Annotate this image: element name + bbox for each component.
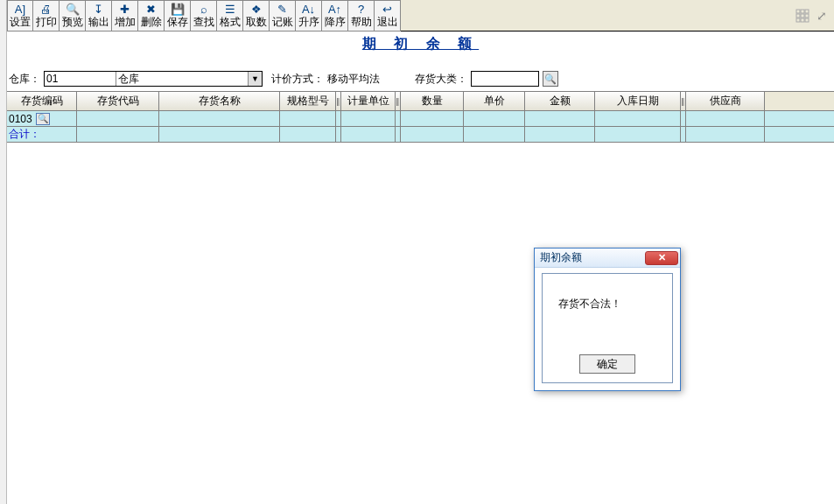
totals-row: 合计： (7, 127, 834, 143)
toolbar: A]设置🖨打印🔍预览↧输出✚增加✖删除💾保存⌕查找☰格式❖取数✎记账A↓升序A↑… (7, 0, 834, 32)
totals-cell (525, 127, 595, 142)
toolbar-label: 预览 (62, 17, 83, 28)
table-cell[interactable]: 0103🔍 (7, 111, 77, 126)
totals-cell (464, 127, 525, 142)
message-dialog: 期初余额 ✕ 存货不合法！ 确定 (534, 248, 681, 391)
table-cell[interactable] (595, 111, 681, 126)
column-header[interactable]: 金额 (525, 92, 595, 110)
column-header[interactable]: 规格型号 (280, 92, 336, 110)
table-row[interactable]: 0103🔍 (7, 111, 834, 127)
toolbar-label: 帮助 (351, 17, 372, 28)
svg-rect-2 (805, 10, 809, 13)
format-icon: ☰ (222, 2, 238, 16)
inventory-code: 0103 (9, 113, 32, 125)
title-bar: 期 初 余 额 (7, 32, 834, 56)
totals-cell (280, 127, 336, 142)
add-button[interactable]: ✚增加 (112, 0, 138, 32)
format-button[interactable]: ☰格式 (217, 0, 243, 32)
column-header[interactable]: 供应商 (686, 92, 765, 110)
fetch-button[interactable]: ❖取数 (243, 0, 270, 32)
search-icon[interactable]: 🔍 (543, 71, 558, 87)
totals-cell (401, 127, 464, 142)
expand-icon[interactable]: ⤢ (816, 9, 827, 23)
totals-cell (595, 127, 681, 142)
export-icon: ↧ (91, 2, 107, 16)
totals-cell (686, 127, 765, 142)
toolbar-label: 输出 (88, 17, 109, 28)
delete-button[interactable]: ✖删除 (138, 0, 165, 32)
column-header[interactable]: 入库日期 (595, 92, 681, 110)
sortasc-button[interactable]: A↓升序 (296, 0, 322, 32)
table-cell[interactable] (341, 111, 396, 126)
settings-icon: A] (12, 2, 28, 16)
totals-cell (77, 127, 159, 142)
toolbar-label: 取数 (246, 17, 267, 28)
category-combo[interactable] (471, 71, 539, 87)
warehouse-label: 仓库： (9, 72, 40, 87)
lookup-icon[interactable]: 🔍 (36, 113, 50, 125)
delete-icon: ✖ (144, 2, 159, 16)
preview-icon: 🔍 (65, 2, 81, 16)
pricing-label: 计价方式： (271, 72, 324, 87)
warehouse-combo[interactable]: ▼ (44, 71, 263, 87)
table-cell[interactable] (77, 111, 159, 126)
column-header[interactable]: 数量 (401, 92, 464, 110)
table-cell[interactable] (159, 111, 280, 126)
exit-button[interactable]: ↩退出 (375, 0, 401, 32)
pricing-value: 移动平均法 (327, 72, 380, 87)
table-cell[interactable] (401, 111, 464, 126)
filter-row: 仓库： ▼ 计价方式： 移动平均法 存货大类： 🔍 (7, 68, 834, 89)
chevron-down-icon[interactable]: ▼ (248, 72, 262, 86)
table-cell[interactable] (464, 111, 525, 126)
totals-label: 合计： (9, 127, 40, 142)
svg-rect-0 (796, 10, 800, 13)
column-header[interactable]: 存货名称 (159, 92, 280, 110)
toolbar-label: 查找 (193, 17, 214, 28)
warehouse-code-input[interactable] (45, 72, 116, 86)
svg-rect-5 (805, 14, 809, 18)
toolbar-label: 保存 (167, 17, 188, 28)
toolbar-label: 记账 (272, 17, 293, 28)
help-icon: ? (354, 2, 369, 16)
toolbar-label: 删除 (141, 17, 162, 28)
exit-icon: ↩ (380, 2, 396, 16)
column-header[interactable]: 单价 (464, 92, 525, 110)
category-label: 存货大类： (415, 72, 467, 87)
close-icon[interactable]: ✕ (645, 251, 678, 265)
warehouse-name-input[interactable] (116, 72, 248, 86)
help-button[interactable]: ?帮助 (348, 0, 375, 32)
sortdesc-icon: A↑ (327, 2, 343, 16)
toolbar-spacer (401, 0, 795, 31)
dialog-button-row: 确定 (543, 347, 672, 382)
toolbar-right: ⤢ (795, 0, 834, 31)
category-input[interactable] (472, 72, 538, 86)
table-cell[interactable] (280, 111, 336, 126)
totals-cell: 合计： (7, 127, 77, 142)
svg-rect-1 (801, 10, 804, 13)
toolbar-label: 升序 (298, 17, 319, 28)
post-button[interactable]: ✎记账 (270, 0, 296, 32)
sortdesc-button[interactable]: A↑降序 (322, 0, 348, 32)
column-header[interactable]: 计量单位 (341, 92, 396, 110)
table-cell[interactable] (525, 111, 595, 126)
toolbar-label: 格式 (220, 17, 241, 28)
column-header[interactable]: 存货代码 (77, 92, 159, 110)
grid-icon[interactable] (795, 9, 809, 23)
settings-button[interactable]: A]设置 (7, 0, 33, 32)
print-button[interactable]: 🖨打印 (33, 0, 60, 32)
save-icon: 💾 (170, 2, 186, 16)
find-button[interactable]: ⌕查找 (191, 0, 217, 32)
sortasc-icon: A↓ (301, 2, 317, 16)
table-cell[interactable] (686, 111, 765, 126)
export-button[interactable]: ↧输出 (86, 0, 112, 32)
toolbar-label: 退出 (377, 17, 398, 28)
dialog-titlebar[interactable]: 期初余额 ✕ (535, 248, 680, 268)
svg-rect-4 (801, 14, 804, 18)
save-button[interactable]: 💾保存 (165, 0, 191, 32)
svg-rect-6 (796, 18, 800, 22)
column-header[interactable]: 存货编码 (7, 92, 77, 110)
ok-button[interactable]: 确定 (579, 354, 635, 374)
svg-rect-3 (796, 14, 800, 18)
preview-button[interactable]: 🔍预览 (60, 0, 86, 32)
svg-rect-7 (801, 18, 804, 22)
